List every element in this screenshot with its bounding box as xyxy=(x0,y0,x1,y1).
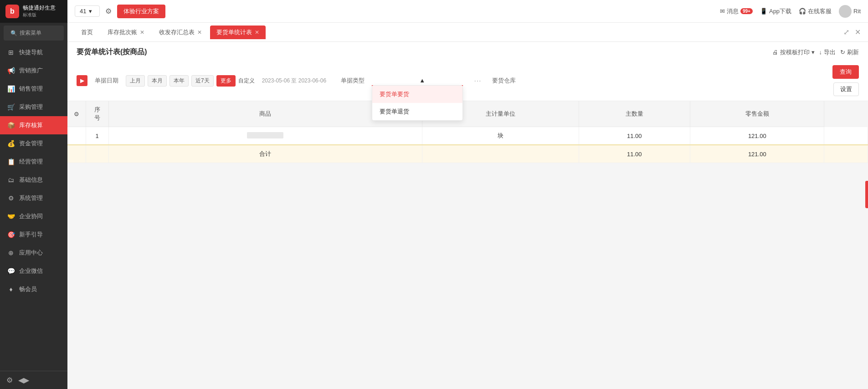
sidebar-item-finance[interactable]: 💰 资金管理 xyxy=(0,134,67,153)
tab-inventory-batch-label: 库存批次账 xyxy=(108,28,137,36)
settings-icon[interactable]: ⚙ xyxy=(6,376,13,384)
company-selector[interactable]: 41 ▾ xyxy=(75,5,100,17)
sidebar-item-wechat[interactable]: 💬 企业微信 xyxy=(0,262,67,280)
export-label: 导出 xyxy=(824,48,836,56)
filter-expand-button[interactable]: ▶ xyxy=(77,75,87,86)
sidebar-item-label: 应用中心 xyxy=(19,249,43,257)
tab-close-icon[interactable]: ✕ xyxy=(855,28,861,36)
table-row: 1 块 11.00 121.00 xyxy=(67,127,868,145)
sidebar-item-system[interactable]: ⚙ 系统管理 xyxy=(0,189,67,207)
product-placeholder xyxy=(247,132,283,138)
app-logo: b 畅捷通好生意 标准版 xyxy=(0,0,67,23)
sidebar-item-inventory[interactable]: 📦 库存核算 xyxy=(0,116,67,134)
warehouse-label: 要货仓库 xyxy=(492,77,516,85)
filter-settings-button[interactable]: 设置 xyxy=(833,82,859,96)
search-menu[interactable]: 🔍 搜索菜单 xyxy=(4,26,64,41)
type-label: 单据类型 xyxy=(341,77,365,85)
export-button[interactable]: ↓ 导出 xyxy=(819,48,836,56)
logo-icon: b xyxy=(5,5,19,18)
tab-inventory-batch-close[interactable]: ✕ xyxy=(140,29,144,36)
col-header-settings[interactable]: ⚙ xyxy=(67,101,86,127)
sidebar-item-label: 快捷导航 xyxy=(19,48,43,56)
page-content: 要货单统计表(按商品) 🖨 按模板打印 ▾ ↓ 导出 ↻ 刷新 ▶ xyxy=(67,42,868,389)
sidebar-item-marketing[interactable]: 📢 营销推广 xyxy=(0,61,67,80)
sidebar-item-guide[interactable]: 🎯 新手引导 xyxy=(0,225,67,244)
app-title: 畅捷通好生意 xyxy=(23,5,56,12)
totals-label: 合计 xyxy=(108,145,422,163)
sidebar-item-quick-nav[interactable]: ⊞ 快捷导航 xyxy=(0,43,67,61)
collapse-sidebar-button[interactable]: ◀▶ xyxy=(18,376,29,384)
user-avatar-button[interactable]: Rit xyxy=(839,5,861,18)
tab-receive-summary-label: 收发存汇总表 xyxy=(159,28,195,36)
print-template-label: 按模板打印 xyxy=(780,48,810,56)
filter-bar: ▶ 单据日期 上月 本月 本年 近7天 更多 自定义 2023-05-06 至 … xyxy=(67,61,868,101)
row-num: 1 xyxy=(86,127,108,145)
totals-empty-3 xyxy=(422,145,579,163)
tab-maximize-icon[interactable]: ⤢ xyxy=(843,28,849,36)
tab-request-summary[interactable]: 要货单统计表 ✕ xyxy=(210,26,266,39)
app-download-label: App下载 xyxy=(769,7,791,15)
sidebar-item-label: 经营管理 xyxy=(19,158,43,166)
sidebar-item-base-info[interactable]: 🗂 基础信息 xyxy=(0,171,67,189)
print-dropdown-icon: ▾ xyxy=(812,49,815,56)
col-header-num: 序号 xyxy=(86,101,108,127)
topbar-right: ✉ 消息 99+ 📱 App下载 🎧 在线客服 Rit xyxy=(720,5,861,18)
sidebar-item-operations[interactable]: 📋 经营管理 xyxy=(0,153,67,171)
dropdown-item-request-order[interactable]: 要货单要货 xyxy=(372,86,462,103)
type-dropdown-menu: 要货单要货 要货单退货 xyxy=(372,85,463,121)
company-value: 41 xyxy=(80,8,86,15)
query-button[interactable]: 查询 xyxy=(832,65,859,79)
data-table: ⚙ 序号 商品 主计量单位 主数量 零售金额 1 xyxy=(67,101,868,163)
dropdown-item-request-return[interactable]: 要货单退货 xyxy=(372,103,462,120)
refresh-button[interactable]: ↻ 刷新 xyxy=(840,48,859,56)
sidebar-item-enterprise[interactable]: 🤝 企业协同 xyxy=(0,207,67,225)
sidebar-item-label: 系统管理 xyxy=(19,194,43,202)
app-download-button[interactable]: 📱 App下载 xyxy=(760,7,791,15)
app-subtitle: 标准版 xyxy=(23,12,56,18)
quick-nav-icon: ⊞ xyxy=(6,48,15,57)
row-product xyxy=(108,127,422,145)
tab-receive-summary[interactable]: 收发存汇总表 ✕ xyxy=(153,26,208,39)
sidebar-nav: ⊞ 快捷导航 📢 营销推广 📊 销售管理 🛒 采购管理 📦 库存核算 💰 资金管… xyxy=(0,43,67,371)
sidebar-item-purchase[interactable]: 🛒 采购管理 xyxy=(0,98,67,116)
table-container: ⚙ 序号 商品 主计量单位 主数量 零售金额 1 xyxy=(67,101,868,163)
this-month-button[interactable]: 本月 xyxy=(148,75,167,87)
more-options-icon[interactable]: ⋯ xyxy=(474,77,481,85)
sidebar-item-app-center[interactable]: ⊕ 应用中心 xyxy=(0,244,67,262)
row-retail-amount: 121.00 xyxy=(690,127,824,145)
message-icon: ✉ xyxy=(720,8,725,15)
online-service-button[interactable]: 🎧 在线客服 xyxy=(799,7,832,15)
main-content: 41 ▾ ⚙ 体验行业方案 ✉ 消息 99+ 📱 App下载 🎧 在线客服 R xyxy=(67,0,868,389)
page-title: 要货单统计表(按商品) xyxy=(77,47,147,57)
headset-icon: 🎧 xyxy=(799,8,806,15)
sidebar-item-sales[interactable]: 📊 销售管理 xyxy=(0,80,67,98)
sidebar-item-label: 采购管理 xyxy=(19,103,43,111)
search-menu-label: 搜索菜单 xyxy=(20,29,41,37)
type-select[interactable]: ▲ 要货单要货 要货单退货 xyxy=(372,76,463,86)
row-unit: 块 xyxy=(422,127,579,145)
message-button[interactable]: ✉ 消息 99+ xyxy=(720,7,753,15)
trial-button[interactable]: 体验行业方案 xyxy=(117,5,165,18)
last-month-button[interactable]: 上月 xyxy=(126,75,145,87)
sidebar-footer: ⚙ ◀▶ xyxy=(0,371,67,389)
sidebar-item-vip[interactable]: ♦ 畅会员 xyxy=(0,280,67,298)
base-info-icon: 🗂 xyxy=(6,175,15,184)
tabbar: 首页 库存批次账 ✕ 收发存汇总表 ✕ 要货单统计表 ✕ ⤢ ✕ xyxy=(67,23,868,42)
more-dates-button[interactable]: 更多 xyxy=(216,75,236,87)
print-template-button[interactable]: 🖨 按模板打印 ▾ xyxy=(772,48,815,56)
vip-icon: ♦ xyxy=(6,285,15,294)
this-year-button[interactable]: 本年 xyxy=(169,75,189,87)
tab-receive-summary-close[interactable]: ✕ xyxy=(197,29,202,36)
scroll-indicator[interactable] xyxy=(865,181,868,208)
username-label: Rit xyxy=(853,8,861,15)
last-7days-button[interactable]: 近7天 xyxy=(191,75,214,87)
tab-request-summary-close[interactable]: ✕ xyxy=(255,29,259,36)
refresh-icon: ↻ xyxy=(840,49,845,56)
tab-inventory-batch[interactable]: 库存批次账 ✕ xyxy=(101,26,151,39)
tab-home[interactable]: 首页 xyxy=(75,26,99,39)
topbar-gear-icon[interactable]: ⚙ xyxy=(103,5,113,17)
custom-date-button[interactable]: 自定义 xyxy=(238,77,255,85)
type-chevron-up-icon: ▲ xyxy=(419,77,460,84)
sidebar-item-label: 企业协同 xyxy=(19,212,43,220)
inventory-icon: 📦 xyxy=(6,121,15,130)
